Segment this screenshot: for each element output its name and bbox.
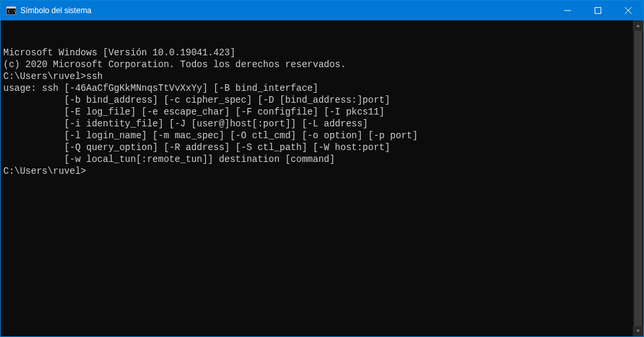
scroll-track[interactable] <box>633 31 643 326</box>
terminal-line: [-E log_file] [-e escape_char] [-F confi… <box>3 106 641 118</box>
terminal-line: [-w local_tun[:remote_tun]] destination … <box>3 153 641 165</box>
svg-marker-8 <box>636 330 640 332</box>
minimize-button[interactable] <box>553 1 583 20</box>
close-button[interactable] <box>613 1 643 20</box>
terminal-line: [-l login_name] [-m mac_spec] [-O ctl_cm… <box>3 130 641 142</box>
terminal-line: (c) 2020 Microsoft Corporation. Todos lo… <box>3 59 641 70</box>
vertical-scrollbar[interactable] <box>633 20 643 336</box>
terminal-line: Microsoft Windows [Versión 10.0.19041.42… <box>3 47 641 59</box>
terminal-line: C:\Users\ruvel> <box>3 165 641 177</box>
svg-marker-7 <box>636 24 640 27</box>
terminal-output: Microsoft Windows [Versión 10.0.19041.42… <box>3 47 641 177</box>
maximize-button[interactable] <box>583 1 613 20</box>
svg-rect-4 <box>595 8 601 14</box>
terminal-line: [-Q query_option] [-R address] [-S ctl_p… <box>3 142 641 153</box>
svg-rect-1 <box>7 7 16 9</box>
scroll-down-button[interactable] <box>633 326 643 336</box>
command-prompt-window: C:\ Símbolo del sistema Microsoft Window… <box>0 0 644 337</box>
cmd-icon: C:\ <box>6 5 16 16</box>
terminal-line: C:\Users\ruvel>ssh <box>3 70 641 82</box>
scroll-up-button[interactable] <box>633 20 643 31</box>
terminal-line: usage: ssh [-46AaCfGgKkMNnqsTtVvXxYy] [-… <box>3 82 641 94</box>
terminal-line: [-b bind_address] [-c cipher_spec] [-D [… <box>3 94 641 106</box>
terminal-line: [-i identity_file] [-J [user@]host[:port… <box>3 118 641 130</box>
titlebar[interactable]: C:\ Símbolo del sistema <box>1 1 643 20</box>
terminal-area[interactable]: Microsoft Windows [Versión 10.0.19041.42… <box>1 20 643 336</box>
svg-text:C:\: C:\ <box>8 9 16 14</box>
scroll-thumb[interactable] <box>634 31 642 326</box>
window-title: Símbolo del sistema <box>20 6 91 15</box>
